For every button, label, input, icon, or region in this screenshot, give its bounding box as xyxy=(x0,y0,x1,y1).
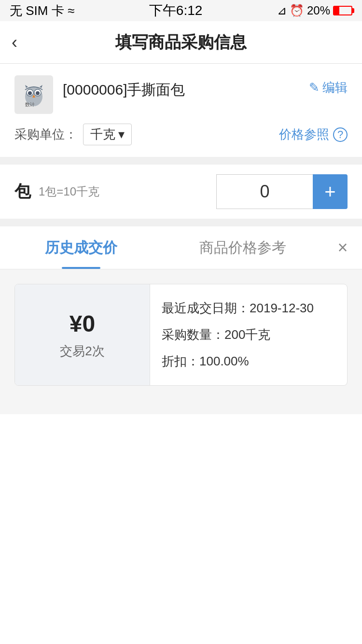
status-time: 下午6:12 xyxy=(149,1,203,20)
history-price-section: ¥0 交易2次 xyxy=(15,284,150,385)
tab-history-price-label: 历史成交价 xyxy=(45,238,117,258)
purchase-qty: 采购数量：200千克 xyxy=(162,325,335,344)
dropdown-arrow-icon: ▾ xyxy=(118,127,125,142)
section-divider xyxy=(0,157,362,165)
svg-point-4 xyxy=(36,91,40,95)
edit-label: 编辑 xyxy=(322,79,348,96)
alarm-icon: ⏰ xyxy=(290,4,304,17)
quantity-input[interactable] xyxy=(216,174,313,209)
quantity-row: 包 1包=10千克 + xyxy=(0,165,362,219)
edit-icon: ✎ xyxy=(309,80,320,95)
history-price: ¥0 xyxy=(70,310,95,337)
edit-button[interactable]: ✎ 编辑 xyxy=(309,79,348,96)
bottom-space xyxy=(0,414,362,644)
tab-container: 历史成交价 商品价格参考 × xyxy=(0,226,362,269)
status-bar: 无 SIM 卡 ≈ 下午6:12 ⊿ ⏰ 20% xyxy=(0,0,362,21)
page-title: 填写商品采购信息 xyxy=(115,31,247,54)
product-footer: 采购单位： 千克 ▾ 价格参照 ? xyxy=(14,124,348,145)
tab-product-price-label: 商品价格参考 xyxy=(199,238,286,258)
unit-label: 采购单位： xyxy=(14,126,77,143)
tab-close-button[interactable]: × xyxy=(323,226,362,269)
nav-bar: ‹ 填写商品采购信息 xyxy=(0,21,362,64)
quantity-plus-button[interactable]: + xyxy=(313,174,348,209)
discount: 折扣：100.00% xyxy=(162,352,335,371)
trade-count: 交易2次 xyxy=(60,343,104,360)
product-card: 数计 [0000006]手撕面包 ✎ 编辑 采购单位： 千克 ▾ 价格参照 ? xyxy=(0,64,362,157)
product-info: 数计 [0000006]手撕面包 xyxy=(14,75,185,114)
quantity-control: + xyxy=(216,174,348,209)
svg-text:数计: 数计 xyxy=(25,102,35,107)
svg-point-3 xyxy=(28,91,32,95)
unit-select[interactable]: 千克 ▾ xyxy=(83,124,132,145)
history-card: ¥0 交易2次 最近成交日期：2019-12-30 采购数量：200千克 折扣：… xyxy=(14,284,348,386)
product-thumbnail: 数计 xyxy=(14,75,53,114)
history-details-section: 最近成交日期：2019-12-30 采购数量：200千克 折扣：100.00% xyxy=(150,284,347,385)
battery-icon xyxy=(333,6,352,15)
help-icon[interactable]: ? xyxy=(333,127,348,142)
status-right: ⊿ ⏰ 20% xyxy=(277,4,352,17)
unit-row: 采购单位： 千克 ▾ xyxy=(14,124,132,145)
unit-value: 千克 xyxy=(90,126,115,143)
product-name: [0000006]手撕面包 xyxy=(63,80,185,100)
nav-icon: ⊿ xyxy=(277,4,287,17)
tab-product-price[interactable]: 商品价格参考 xyxy=(162,226,323,269)
unit-big: 包 xyxy=(14,181,31,203)
price-ref-label: 价格参照 xyxy=(279,126,329,143)
back-button[interactable]: ‹ xyxy=(12,32,17,53)
sim-text: 无 SIM 卡 ≈ xyxy=(10,2,74,19)
quantity-label: 包 1包=10千克 xyxy=(14,181,99,203)
battery-percent: 20% xyxy=(307,4,330,17)
recent-date: 最近成交日期：2019-12-30 xyxy=(162,299,335,318)
content-area: ¥0 交易2次 最近成交日期：2019-12-30 采购数量：200千克 折扣：… xyxy=(0,269,362,414)
tab-history-price[interactable]: 历史成交价 xyxy=(0,226,162,269)
product-header: 数计 [0000006]手撕面包 ✎ 编辑 xyxy=(14,75,348,114)
unit-small: 1包=10千克 xyxy=(39,184,99,199)
owl-logo-icon: 数计 xyxy=(19,80,48,109)
price-ref-button[interactable]: 价格参照 ? xyxy=(279,126,348,143)
status-left: 无 SIM 卡 ≈ xyxy=(10,2,74,19)
